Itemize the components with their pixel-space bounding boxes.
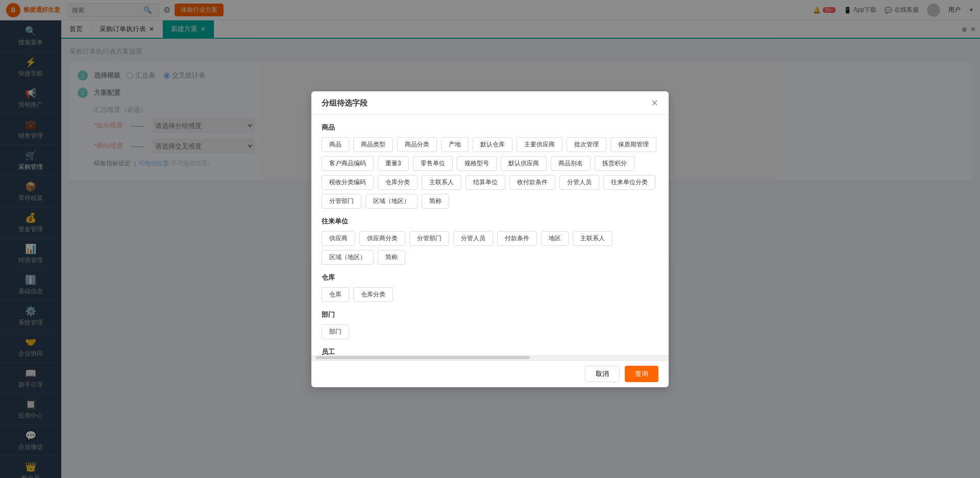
field-tag-warehouse-category[interactable]: 仓库分类	[378, 175, 418, 190]
field-tag-manager-person[interactable]: 分管人员	[559, 175, 599, 190]
field-tag-origin[interactable]: 产地	[441, 137, 469, 152]
modal-header: 分组待选字段 ✕	[311, 91, 669, 115]
field-tag-payment-condition[interactable]: 付款条件	[497, 231, 537, 246]
field-tag-product-type[interactable]: 商品类型	[353, 137, 393, 152]
field-tag-warehouse-wh[interactable]: 仓库	[322, 287, 349, 302]
section-title-employee: 员工	[322, 347, 658, 355]
modal-title: 分组待选字段	[322, 98, 368, 108]
field-tags-counterpart: 供应商 供应商分类 分管部门 分管人员 付款条件 地区 主联系人 区域（地区） …	[322, 231, 658, 265]
field-tag-short-name-cp[interactable]: 简称	[378, 250, 405, 265]
cancel-button[interactable]: 取消	[585, 366, 620, 382]
modal-horizontal-scrollbar[interactable]	[311, 355, 669, 360]
field-tag-retail-unit[interactable]: 零售单位	[413, 156, 453, 171]
field-tag-customer-code[interactable]: 客户商品编码	[322, 156, 374, 171]
modal-overlay: 分组待选字段 ✕ 商品 商品 商品类型 商品分类 产地 默认仓库 主要供应商 批…	[0, 0, 980, 478]
field-tags-department: 部门	[322, 324, 658, 339]
field-tag-batch-mgmt[interactable]: 批次管理	[567, 137, 606, 152]
field-tag-expiry-mgmt[interactable]: 保质期管理	[610, 137, 656, 152]
modal-select-fields: 分组待选字段 ✕ 商品 商品 商品类型 商品分类 产地 默认仓库 主要供应商 批…	[311, 91, 669, 387]
field-tag-supplier[interactable]: 供应商	[322, 231, 355, 246]
field-tag-tax-code[interactable]: 税收分类编码	[322, 175, 374, 190]
field-tag-main-contact[interactable]: 主联系人	[422, 175, 461, 190]
field-tag-biz-unit-category[interactable]: 往来单位分类	[603, 175, 655, 190]
section-title-product: 商品	[322, 123, 658, 132]
field-tag-weight3[interactable]: 重量3	[378, 156, 409, 171]
field-tag-area[interactable]: 地区	[541, 231, 569, 246]
field-tag-default-supplier[interactable]: 默认供应商	[501, 156, 547, 171]
field-tag-settlement-unit[interactable]: 结算单位	[465, 175, 505, 190]
field-tag-pick-points[interactable]: 拣货积分	[595, 156, 634, 171]
modal-body: 商品 商品 商品类型 商品分类 产地 默认仓库 主要供应商 批次管理 保质期管理…	[311, 115, 669, 355]
field-tag-dept-mgmt[interactable]: 分管部门	[409, 231, 449, 246]
field-tag-product-alias[interactable]: 商品别名	[551, 156, 591, 171]
field-tags-product: 商品 商品类型 商品分类 产地 默认仓库 主要供应商 批次管理 保质期管理 客户…	[322, 137, 658, 209]
field-tag-department[interactable]: 部门	[322, 324, 349, 339]
field-tag-default-warehouse[interactable]: 默认仓库	[473, 137, 512, 152]
confirm-button[interactable]: 查询	[625, 366, 658, 382]
modal-hscroll-thumb	[315, 356, 530, 359]
section-title-counterpart: 往来单位	[322, 217, 658, 226]
field-tag-product[interactable]: 商品	[322, 137, 349, 152]
section-title-department: 部门	[322, 310, 658, 319]
field-tags-warehouse: 仓库 仓库分类	[322, 287, 658, 302]
field-tag-region-cp[interactable]: 区域（地区）	[322, 250, 374, 265]
field-tag-warehouse-cat[interactable]: 仓库分类	[353, 287, 393, 302]
field-tag-spec-model[interactable]: 规格型号	[457, 156, 497, 171]
field-tag-product-category[interactable]: 商品分类	[397, 137, 437, 152]
field-tag-payment-terms[interactable]: 收付款条件	[509, 175, 555, 190]
field-tag-main-contact-cp[interactable]: 主联系人	[573, 231, 612, 246]
modal-footer: 取消 查询	[311, 360, 669, 387]
field-tag-managing-dept[interactable]: 分管部门	[322, 194, 361, 209]
field-tag-short-name-product[interactable]: 简称	[422, 194, 449, 209]
field-tag-main-supplier[interactable]: 主要供应商	[517, 137, 562, 152]
section-title-warehouse: 仓库	[322, 273, 658, 282]
field-tag-person-mgmt[interactable]: 分管人员	[453, 231, 493, 246]
field-tag-supplier-category[interactable]: 供应商分类	[359, 231, 405, 246]
field-tag-region-product[interactable]: 区域（地区）	[365, 194, 418, 209]
modal-close-button[interactable]: ✕	[651, 98, 658, 108]
